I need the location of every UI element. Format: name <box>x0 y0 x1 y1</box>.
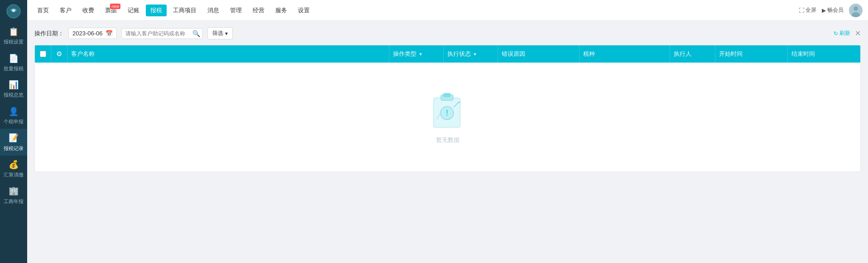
member-label: 畅会员 <box>827 6 844 14</box>
play-icon: ▶ <box>822 7 826 14</box>
sidebar-label-huisuan-jiaona: 汇算清缴 <box>4 171 24 178</box>
th-setting: ⚙ <box>51 45 67 63</box>
topnav-items: 首页客户收费票据new记账报税工商项目消息管理经营服务设置 <box>33 5 799 16</box>
user-avatar[interactable] <box>849 4 863 17</box>
th-tax-type: 税种 <box>580 45 670 63</box>
sidebar-label-gongshang-nianbao: 工商年报 <box>4 198 24 205</box>
header-checkbox[interactable] <box>40 51 46 57</box>
main-content: 首页客户收费票据new记账报税工商项目消息管理经营服务设置 ⛶ 全屏 ▶ 畅会员 <box>27 0 868 263</box>
toolbar: 操作日期： 2023-06-06 📅 🔍 筛选 ▾ ↻ 刷新 <box>34 27 861 39</box>
chevron-down-icon: ▾ <box>225 30 228 37</box>
topnav-right: ⛶ 全屏 ▶ 畅会员 <box>799 4 863 17</box>
svg-point-1 <box>12 10 14 12</box>
nav-item-guanli[interactable]: 管理 <box>225 5 246 16</box>
sidebar-label-piliang-baoshui: 批量报税 <box>4 65 24 72</box>
sidebar-icon-piliang-baoshui: 📄 <box>9 53 19 64</box>
content-area: 操作日期： 2023-06-06 📅 🔍 筛选 ▾ ↻ 刷新 <box>27 21 868 263</box>
empty-text: 暂无数据 <box>436 136 460 144</box>
fullscreen-icon: ⛶ <box>799 7 804 14</box>
sidebar-item-piliang-baoshui[interactable]: 📄批量报税 <box>0 49 27 76</box>
date-value: 2023-06-06 <box>72 30 103 37</box>
th-customer-name: 客户名称 <box>67 45 389 63</box>
sidebar-label-baoshui-jilu: 报税记录 <box>4 145 24 152</box>
calendar-icon: 📅 <box>106 30 113 37</box>
nav-item-xiaoxi[interactable]: 消息 <box>203 5 224 16</box>
sort-icon-exec-status: ▼ <box>473 52 477 57</box>
filter-label: 筛选 <box>212 29 223 37</box>
svg-rect-7 <box>443 93 451 97</box>
refresh-button[interactable]: ↻ 刷新 <box>834 29 850 37</box>
th-start-time: 开始时间 <box>715 45 788 63</box>
nav-item-baoshui[interactable]: 报税 <box>146 5 167 16</box>
sidebar-icon-geshuishenbaom: 👤 <box>9 106 19 117</box>
nav-item-homepage[interactable]: 首页 <box>33 5 53 16</box>
empty-state: ! 暂无数据 <box>35 63 860 171</box>
th-executor: 执行人 <box>670 45 715 63</box>
sidebar-item-baoshui-zonglang[interactable]: 📊报税总览 <box>0 76 27 102</box>
sidebar-item-gongshang-nianbao[interactable]: 🏢工商年报 <box>0 182 27 209</box>
sidebar-icon-baoshui-zonglang: 📊 <box>9 79 19 91</box>
th-end-time: 结束时间 <box>788 45 860 63</box>
svg-point-3 <box>854 6 858 11</box>
nav-item-gongshang-xiangmu[interactable]: 工商项目 <box>168 5 201 16</box>
nav-item-piaoju[interactable]: 票据new <box>101 5 121 16</box>
refresh-icon: ↻ <box>834 30 838 37</box>
nav-item-customer[interactable]: 客户 <box>55 5 76 16</box>
search-input[interactable] <box>121 28 203 39</box>
sidebar-item-geshuishenbaom[interactable]: 👤个税申报 <box>0 102 27 129</box>
nav-item-jingying[interactable]: 经营 <box>248 5 269 16</box>
nav-item-shoufei[interactable]: 收费 <box>78 5 99 16</box>
svg-text:!: ! <box>446 108 448 117</box>
sidebar-icon-huisuan-jiaona: 💰 <box>9 159 19 170</box>
sidebar-icon-baoshui-shezhi: 📋 <box>9 26 19 38</box>
sidebar-logo <box>0 0 27 23</box>
nav-item-fuwu[interactable]: 服务 <box>271 5 292 16</box>
filter-button[interactable]: 筛选 ▾ <box>207 27 233 39</box>
table-container: ⚙客户名称操作类型 ▼执行状态 ▼错误原因税种执行人开始时间结束时间 ! <box>34 45 861 172</box>
close-button[interactable]: ✕ <box>855 29 861 38</box>
sidebar-item-baoshui-shezhi[interactable]: 📋报税设置 <box>0 23 27 49</box>
nav-item-jizhang[interactable]: 记账 <box>123 5 144 16</box>
th-checkbox <box>35 45 51 63</box>
sidebar-label-baoshui-shezhi: 报税设置 <box>4 39 24 45</box>
date-label: 操作日期： <box>34 29 64 38</box>
nav-item-shezhi[interactable]: 设置 <box>293 5 314 16</box>
th-operation-type[interactable]: 操作类型 ▼ <box>389 45 444 63</box>
sidebar-icon-baoshui-jilu: 📝 <box>9 132 19 144</box>
sidebar-label-geshuishenbaom: 个税申报 <box>4 118 24 125</box>
member-button[interactable]: ▶ 畅会员 <box>822 6 844 14</box>
sidebar: 📋报税设置📄批量报税📊报税总览👤个税申报📝报税记录💰汇算清缴🏢工商年报 <box>0 0 27 263</box>
th-error-reason: 错误原因 <box>498 45 580 63</box>
refresh-label: 刷新 <box>839 29 850 37</box>
sidebar-item-baoshui-jilu[interactable]: 📝报税记录 <box>0 129 27 156</box>
nav-badge-piaoju: new <box>110 4 120 10</box>
fullscreen-label: 全屏 <box>806 6 816 14</box>
sidebar-label-baoshui-zonglang: 报税总览 <box>4 92 24 98</box>
fullscreen-button[interactable]: ⛶ 全屏 <box>799 6 816 14</box>
settings-icon[interactable]: ⚙ <box>56 50 62 58</box>
sort-icon-operation-type: ▼ <box>418 52 423 57</box>
search-icon: 🔍 <box>192 30 200 37</box>
search-wrap: 🔍 <box>121 28 203 39</box>
page-content: 操作日期： 2023-06-06 📅 🔍 筛选 ▾ ↻ 刷新 <box>27 21 868 263</box>
table-header: ⚙客户名称操作类型 ▼执行状态 ▼错误原因税种执行人开始时间结束时间 <box>35 45 860 63</box>
sidebar-item-huisuan-jiaona[interactable]: 💰汇算清缴 <box>0 156 27 182</box>
date-picker[interactable]: 2023-06-06 📅 <box>68 28 117 39</box>
sidebar-icon-gongshang-nianbao: 🏢 <box>9 185 19 197</box>
topnav: 首页客户收费票据new记账报税工商项目消息管理经营服务设置 ⛶ 全屏 ▶ 畅会员 <box>27 0 868 21</box>
th-exec-status[interactable]: 执行状态 ▼ <box>444 45 498 63</box>
